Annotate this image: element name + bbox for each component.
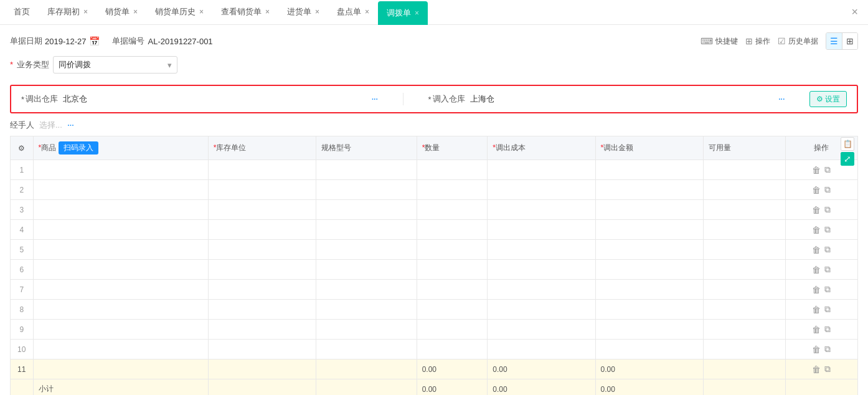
copy-icon-10[interactable]: ⧉ — [824, 344, 831, 355]
date-value[interactable]: 2019-12-27 — [45, 37, 87, 46]
row-amount-9[interactable] — [595, 320, 703, 340]
row-quantity-3[interactable] — [417, 200, 488, 220]
row-quantity-10[interactable] — [417, 340, 488, 359]
row-cost-3[interactable] — [488, 200, 595, 220]
history-btn[interactable]: ☑ 历史单据 — [778, 36, 818, 47]
expand-float-btn[interactable]: ⤢ — [841, 152, 854, 166]
row-unit-6[interactable] — [208, 260, 316, 280]
tab-close-transfer-order[interactable]: × — [415, 9, 419, 17]
close-all-tabs[interactable]: × — [846, 6, 863, 19]
row-cost-10[interactable] — [488, 340, 595, 359]
row-quantity-1[interactable] — [417, 160, 488, 180]
row-unit-1[interactable] — [208, 160, 316, 180]
row-amount-1[interactable] — [595, 160, 703, 180]
copy-icon-sub[interactable]: ⧉ — [824, 364, 831, 374]
tab-close-purchase-order[interactable]: × — [315, 7, 319, 16]
warehouse-in-more-icon[interactable]: ··· — [778, 93, 785, 105]
tab-close-view-sales[interactable]: × — [265, 7, 270, 16]
delete-icon-8[interactable]: 🗑 — [812, 305, 821, 315]
row-amount-6[interactable] — [595, 260, 703, 280]
row-cost-4[interactable] — [488, 220, 595, 240]
copy-icon-1[interactable]: ⧉ — [824, 164, 831, 175]
row-unit-5[interactable] — [208, 240, 316, 260]
row-amount-2[interactable] — [595, 180, 703, 200]
row-unit-10[interactable] — [208, 340, 316, 359]
tab-sales-order[interactable]: 销货单 × — [97, 0, 146, 25]
row-product-5[interactable] — [33, 240, 208, 260]
layout-grid-btn[interactable]: ⊞ — [842, 33, 857, 49]
row-unit-3[interactable] — [208, 200, 316, 220]
row-cost-7[interactable] — [488, 280, 595, 300]
copy-icon-9[interactable]: ⧉ — [824, 324, 831, 335]
row-cost-8[interactable] — [488, 300, 595, 320]
row-spec-10[interactable] — [316, 340, 417, 359]
row-spec-3[interactable] — [316, 200, 417, 220]
row-amount-8[interactable] — [595, 300, 703, 320]
row-spec-1[interactable] — [316, 160, 417, 180]
layout-list-btn[interactable]: ☰ — [826, 33, 842, 49]
tab-home[interactable]: 首页 — [5, 0, 39, 25]
row-quantity-6[interactable] — [417, 260, 488, 280]
copy-icon-5[interactable]: ⧉ — [824, 244, 831, 255]
row-cost-6[interactable] — [488, 260, 595, 280]
row-product-3[interactable] — [33, 200, 208, 220]
row-amount-5[interactable] — [595, 240, 703, 260]
tab-view-sales[interactable]: 查看销货单 × — [212, 0, 278, 25]
row-cost-1[interactable] — [488, 160, 595, 180]
tab-sales-history[interactable]: 销货单历史 × — [146, 0, 212, 25]
delete-icon-2[interactable]: 🗑 — [812, 185, 821, 195]
row-unit-8[interactable] — [208, 300, 316, 320]
copy-icon-6[interactable]: ⧉ — [824, 264, 831, 275]
row-quantity-5[interactable] — [417, 240, 488, 260]
row-product-8[interactable] — [33, 300, 208, 320]
row-unit-7[interactable] — [208, 280, 316, 300]
row-product-4[interactable] — [33, 220, 208, 240]
delete-icon-1[interactable]: 🗑 — [812, 165, 821, 175]
delete-icon-10[interactable]: 🗑 — [812, 345, 821, 355]
warehouse-out-more-icon[interactable]: ··· — [371, 93, 377, 105]
tab-close-inventory-count[interactable]: × — [365, 7, 369, 16]
row-amount-10[interactable] — [595, 340, 703, 359]
row-product-2[interactable] — [33, 180, 208, 200]
copy-icon-7[interactable]: ⧉ — [824, 284, 831, 295]
row-unit-4[interactable] — [208, 220, 316, 240]
scan-button[interactable]: 扫码录入 — [59, 141, 98, 155]
tab-transfer-order[interactable]: 调拨单 × — [378, 1, 428, 25]
row-product-6[interactable] — [33, 260, 208, 280]
delete-icon-5[interactable]: 🗑 — [812, 245, 821, 255]
row-cost-2[interactable] — [488, 180, 595, 200]
row-product-9[interactable] — [33, 320, 208, 340]
manager-more-icon[interactable]: ··· — [67, 120, 73, 131]
delete-icon-4[interactable]: 🗑 — [812, 225, 821, 235]
row-quantity-9[interactable] — [417, 320, 488, 340]
note-float-btn[interactable]: 📋 — [841, 137, 854, 151]
row-cost-9[interactable] — [488, 320, 595, 340]
row-spec-7[interactable] — [316, 280, 417, 300]
row-spec-5[interactable] — [316, 240, 417, 260]
copy-icon-2[interactable]: ⧉ — [824, 184, 831, 195]
row-spec-6[interactable] — [316, 260, 417, 280]
tab-purchase-order[interactable]: 进货单 × — [278, 0, 328, 25]
row-product-10[interactable] — [33, 340, 208, 359]
row-quantity-4[interactable] — [417, 220, 488, 240]
row-unit-9[interactable] — [208, 320, 316, 340]
delete-icon-sub[interactable]: 🗑 — [812, 364, 821, 374]
tab-close-inventory-init[interactable]: × — [83, 7, 88, 16]
row-unit-2[interactable] — [208, 180, 316, 200]
tab-inventory-count[interactable]: 盘点单 × — [328, 0, 378, 25]
th-gear[interactable]: ⚙ — [11, 136, 33, 160]
warehouse-in-value[interactable]: 上海仓 — [470, 93, 494, 105]
tab-inventory-init[interactable]: 库存期初 × — [39, 0, 97, 25]
row-spec-4[interactable] — [316, 220, 417, 240]
row-quantity-8[interactable] — [417, 300, 488, 320]
delete-icon-9[interactable]: 🗑 — [812, 325, 821, 335]
row-product-7[interactable] — [33, 280, 208, 300]
delete-icon-7[interactable]: 🗑 — [812, 285, 821, 295]
manager-select[interactable]: 选择... — [39, 120, 62, 131]
delete-icon-6[interactable]: 🗑 — [812, 265, 821, 275]
tab-close-sales-history[interactable]: × — [199, 7, 204, 16]
calendar-icon[interactable]: 📅 — [89, 36, 100, 46]
operation-btn[interactable]: ⊞ 操作 — [745, 36, 770, 47]
delete-icon-3[interactable]: 🗑 — [812, 205, 821, 215]
row-quantity-7[interactable] — [417, 280, 488, 300]
